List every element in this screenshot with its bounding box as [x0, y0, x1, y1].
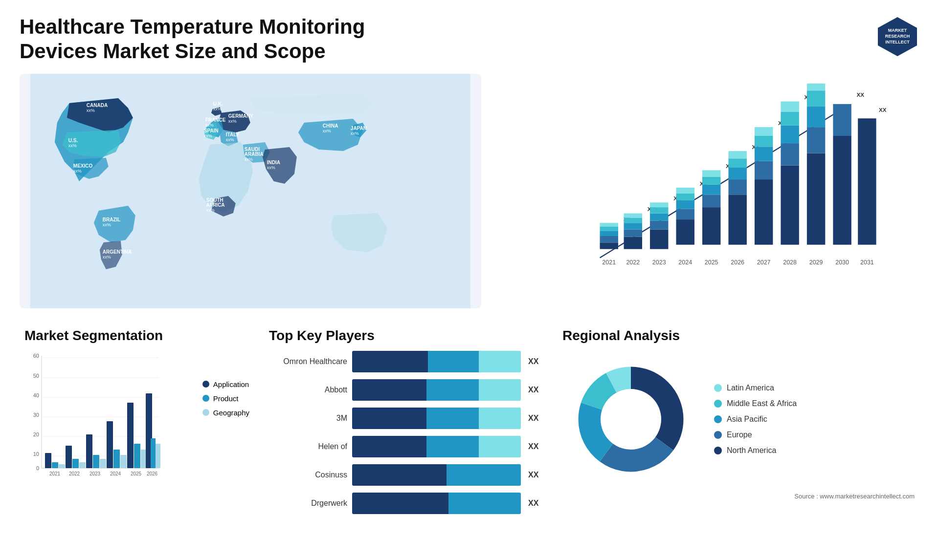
svg-text:2028: 2028: [783, 259, 797, 266]
svg-text:2025: 2025: [131, 471, 142, 476]
svg-rect-78: [728, 151, 746, 158]
svg-rect-125: [52, 462, 58, 468]
player-label-cosinuss: XX: [528, 471, 543, 479]
svg-rect-124: [45, 453, 51, 468]
svg-text:xx%: xx%: [351, 131, 359, 136]
svg-text:xx%: xx%: [323, 129, 331, 133]
player-label-drger: XX: [528, 499, 543, 508]
svg-text:2024: 2024: [678, 259, 692, 266]
north-america-dot: [714, 447, 722, 454]
regional-legend: Latin America Middle East & Africa Asia …: [714, 384, 797, 455]
svg-text:xx%: xx%: [245, 157, 253, 162]
svg-rect-48: [624, 223, 642, 229]
svg-text:U.K.: U.K.: [213, 101, 223, 107]
segmentation-legend: Application Product Geography: [202, 380, 249, 417]
mea-label: Middle East & Africa: [727, 399, 797, 408]
svg-rect-53: [650, 229, 668, 249]
svg-rect-102: [833, 136, 851, 245]
svg-text:2025: 2025: [704, 259, 718, 266]
svg-text:ARABIA: ARABIA: [245, 151, 264, 157]
legend-item-geography: Geography: [202, 409, 249, 417]
legend-item-application: Application: [202, 380, 249, 388]
page-title: Healthcare Temperature Monitoring Device…: [20, 15, 411, 64]
player-bar-omron: [352, 351, 521, 372]
svg-text:2030: 2030: [835, 259, 849, 266]
svg-rect-57: [650, 202, 668, 207]
svg-text:2022: 2022: [626, 259, 640, 266]
legend-north-america: North America: [714, 446, 797, 455]
page-container: Healthcare Temperature Monitoring Device…: [0, 0, 939, 560]
svg-text:MEXICO: MEXICO: [73, 163, 93, 169]
svg-rect-82: [755, 161, 773, 179]
europe-dot: [714, 431, 722, 439]
donut-chart: [562, 351, 699, 488]
svg-rect-68: [702, 194, 720, 207]
svg-text:30: 30: [33, 412, 39, 418]
svg-rect-92: [781, 101, 799, 111]
svg-text:JAPAN: JAPAN: [351, 126, 367, 131]
svg-rect-42: [600, 226, 618, 231]
product-label: Product: [213, 394, 239, 403]
svg-text:xx%: xx%: [213, 107, 222, 111]
world-map-svg: CANADA xx% U.S. xx% MEXICO xx% BRAZIL xx…: [20, 74, 481, 308]
growth-chart-svg: 2021 XX 2022 XX 2023 XX: [525, 84, 910, 284]
player-name-drger: Drgerwerk: [269, 499, 347, 508]
player-bar-helen: [352, 436, 521, 457]
svg-text:2026: 2026: [147, 471, 158, 476]
source-text: Source : www.marketresearchintellect.com: [562, 493, 915, 500]
svg-text:AFRICA: AFRICA: [206, 202, 225, 208]
svg-text:GERMANY: GERMANY: [228, 113, 253, 119]
svg-rect-46: [624, 237, 642, 249]
svg-text:50: 50: [33, 373, 39, 379]
svg-rect-81: [755, 179, 773, 245]
svg-text:xx%: xx%: [206, 208, 215, 213]
svg-rect-140: [127, 403, 134, 468]
svg-rect-137: [113, 450, 120, 468]
player-bar-drger: [352, 493, 521, 514]
growth-chart-container: 2021 XX 2022 XX 2023 XX: [496, 74, 919, 308]
svg-text:0: 0: [36, 465, 39, 471]
player-name-3m: 3M: [269, 414, 347, 423]
mea-dot: [714, 400, 722, 408]
svg-text:SPAIN: SPAIN: [204, 128, 219, 133]
svg-text:ARGENTINA: ARGENTINA: [103, 249, 132, 255]
player-name-cosinuss: Cosinuss: [269, 471, 347, 479]
svg-text:XX: XX: [856, 92, 864, 98]
svg-rect-50: [624, 213, 642, 217]
svg-rect-47: [624, 229, 642, 237]
svg-rect-132: [86, 434, 92, 468]
logo-icon: MARKET RESEARCH INTELLECT: [875, 15, 919, 59]
svg-rect-55: [650, 213, 668, 220]
player-name-omron: Omron Healthcare: [269, 357, 347, 366]
svg-rect-138: [120, 455, 127, 468]
regional-container: Regional Analysis: [558, 323, 919, 558]
svg-rect-96: [807, 127, 825, 153]
svg-rect-67: [702, 207, 720, 245]
player-row-helen: Helen of XX: [269, 436, 543, 457]
svg-rect-84: [755, 136, 773, 147]
svg-rect-63: [676, 193, 694, 200]
player-bar-abbott: [352, 379, 521, 401]
svg-rect-145: [151, 438, 156, 468]
application-label: Application: [213, 380, 249, 388]
svg-text:xx%: xx%: [103, 222, 111, 227]
svg-rect-95: [807, 153, 825, 244]
apac-label: Asia Pacific: [727, 415, 767, 424]
svg-text:20: 20: [33, 431, 39, 437]
latin-dot: [714, 384, 722, 392]
svg-text:xx%: xx%: [103, 255, 111, 259]
player-row-abbott: Abbott XX: [269, 379, 543, 401]
svg-text:INDIA: INDIA: [267, 160, 280, 165]
svg-text:2022: 2022: [69, 471, 80, 476]
application-dot: [202, 381, 209, 388]
svg-text:2027: 2027: [757, 259, 770, 266]
north-america-label: North America: [727, 446, 776, 455]
player-label-3m: XX: [528, 414, 543, 423]
svg-point-153: [601, 389, 661, 450]
svg-rect-60: [676, 219, 694, 245]
logo-area: MARKET RESEARCH INTELLECT: [875, 15, 919, 59]
svg-rect-98: [807, 90, 825, 106]
svg-rect-89: [781, 143, 799, 165]
svg-rect-133: [93, 455, 99, 468]
geography-label: Geography: [213, 409, 249, 417]
